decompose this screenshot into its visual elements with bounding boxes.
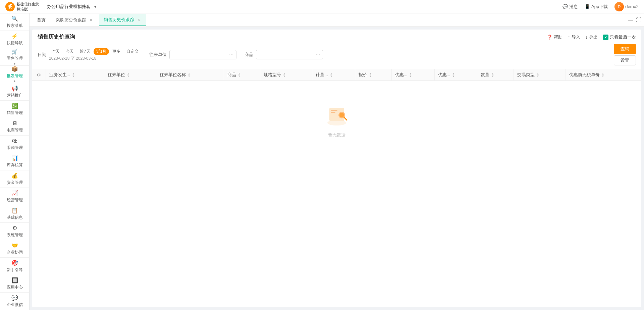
sidebar-item-basic[interactable]: 📋 基础信息 bbox=[0, 205, 29, 223]
date-filter-group: 日期 昨天 今天 近7天 近1月 更多 自定义 2023-02-18 至 202… bbox=[38, 48, 141, 61]
sidebar-item-search-menu[interactable]: 🔍 搜索菜单 bbox=[0, 13, 29, 31]
date-btn-custom[interactable]: 自定义 bbox=[124, 48, 141, 55]
col-quantity[interactable]: 数量 ▲▼ bbox=[477, 69, 514, 81]
sort-icon-product: ▲▼ bbox=[238, 72, 240, 78]
export-icon: ↓ bbox=[586, 35, 588, 40]
logo-text: 畅捷信好生意 标准版 bbox=[17, 2, 39, 11]
product-filter-group: 商品 ··· bbox=[245, 50, 323, 59]
app-download-button[interactable]: 📱 App下载 bbox=[585, 4, 608, 10]
sort-icon-partner-name: ▲▼ bbox=[188, 72, 191, 78]
col-partner-code[interactable]: 往来单位 ▲▼ bbox=[104, 69, 156, 81]
date-btn-today[interactable]: 今天 bbox=[63, 48, 76, 55]
export-button[interactable]: ↓ 导出 bbox=[586, 34, 598, 40]
date-btn-more[interactable]: 更多 bbox=[110, 48, 123, 55]
sidebar-item-guide[interactable]: 🎯 新手引导 bbox=[0, 258, 29, 275]
filter-date-group: 昨天 今天 近7天 近1月 更多 自定义 2023-02-18 至 2023-0… bbox=[49, 48, 141, 61]
sidebar-item-inventory[interactable]: 📊 库存核算 bbox=[0, 153, 29, 170]
settings-col-icon: ⚙ bbox=[37, 72, 41, 78]
tab-sales-history[interactable]: 销售历史价跟踪 × bbox=[99, 14, 146, 26]
sidebar-item-enterprise[interactable]: 🤝 企业协同 bbox=[0, 240, 29, 258]
product-search-icon[interactable]: ··· bbox=[316, 52, 320, 58]
partner-label: 往来单位 bbox=[149, 52, 167, 58]
table-settings-col[interactable]: ⚙ bbox=[32, 69, 46, 81]
tab-minimize-icon[interactable]: — bbox=[628, 17, 633, 23]
tab-close-purchase-history[interactable]: × bbox=[88, 17, 94, 23]
col-unit[interactable]: 计量... ▲▼ bbox=[312, 69, 355, 81]
tab-purchase-history[interactable]: 采购历史价跟踪 × bbox=[51, 14, 98, 26]
retail-icon: 🛒 bbox=[11, 48, 18, 55]
date-range-buttons: 昨天 今天 近7天 近1月 更多 自定义 bbox=[49, 48, 141, 55]
product-input-wrapper: ··· bbox=[256, 50, 323, 59]
sidebar-item-purchase[interactable]: 🛍 采购管理 bbox=[0, 136, 29, 153]
tab-home[interactable]: 首页 bbox=[32, 14, 50, 26]
chevron-up-icon: ▲ bbox=[13, 79, 16, 83]
svg-rect-2 bbox=[331, 110, 337, 111]
sidebar-item-app-center[interactable]: 🔲 应用中心 bbox=[0, 275, 29, 293]
sort-icon-discount2: ▲▼ bbox=[452, 72, 455, 78]
col-price[interactable]: 报价 ▲▼ bbox=[355, 69, 391, 81]
content-area: 首页 采购历史价跟踪 × 销售历史价跟踪 × — ⛶ 销售历史价查询 bbox=[30, 13, 644, 310]
message-button[interactable]: 💬 消息 bbox=[562, 4, 578, 10]
sidebar-item-finance[interactable]: 💰 资金管理 bbox=[0, 170, 29, 188]
col-product[interactable]: 商品 ▲▼ bbox=[224, 69, 260, 81]
sidebar-item-marketing[interactable]: 📢 营销推广 bbox=[0, 83, 29, 101]
page-header: 销售历史价查询 ❓ 帮助 ↑ 导入 ↓ 导出 ✓ bbox=[32, 30, 641, 41]
tab-maximize-icon[interactable]: ⛶ bbox=[636, 17, 641, 23]
top-bar-left: 畅 畅捷信好生意 标准版 办公用品行业模拟账套 ▼ bbox=[5, 2, 97, 11]
sidebar-item-ecommerce[interactable]: 🖥 电商管理 bbox=[0, 118, 29, 136]
col-discount2[interactable]: 优惠... ▲▼ bbox=[434, 69, 477, 81]
sidebar-item-wholesale[interactable]: 📦 批发管理 ▲ bbox=[0, 66, 29, 83]
settings-button[interactable]: 设置 bbox=[614, 55, 636, 65]
svg-rect-3 bbox=[331, 112, 335, 113]
col-spec[interactable]: 规格型号 ▲▼ bbox=[260, 69, 312, 81]
only-last-checkbox[interactable]: ✓ 只看最后一次 bbox=[603, 34, 636, 40]
user-area[interactable]: D demo2 bbox=[614, 2, 639, 11]
partner-search-icon[interactable]: ··· bbox=[229, 52, 233, 58]
search-icon: 🔍 bbox=[11, 15, 18, 22]
tab-bar: 首页 采购历史价跟踪 × 销售历史价跟踪 × — ⛶ bbox=[30, 13, 644, 27]
col-pretax-price[interactable]: 优惠前无税单价 ▲▼ bbox=[566, 69, 641, 81]
col-biz-date[interactable]: 业务发生... ▲▼ bbox=[46, 69, 104, 81]
col-trade-type[interactable]: 交易类型 ▲▼ bbox=[514, 69, 566, 81]
date-label: 日期 bbox=[38, 52, 46, 58]
col-discount1[interactable]: 优惠... ▲▼ bbox=[391, 69, 434, 81]
help-icon: ❓ bbox=[547, 35, 552, 40]
date-btn-1month[interactable]: 近1月 bbox=[94, 48, 109, 55]
date-range-display: 2023-02-18 至 2023-03-18 bbox=[49, 56, 141, 61]
query-button[interactable]: 查询 bbox=[614, 44, 636, 54]
tab-bar-actions: — ⛶ bbox=[628, 17, 641, 23]
page-title-topbar: 办公用品行业模拟账套 bbox=[47, 4, 91, 10]
top-bar-right: 💬 消息 📱 App下载 D demo2 bbox=[562, 2, 639, 11]
sort-icon-quantity: ▲▼ bbox=[491, 72, 494, 78]
enterprise-icon: 🤝 bbox=[11, 242, 18, 249]
sidebar-item-system[interactable]: ⚙ 系统管理 bbox=[0, 223, 29, 240]
date-btn-7days[interactable]: 近7天 bbox=[77, 48, 93, 55]
page-title: 销售历史价查询 bbox=[38, 34, 75, 41]
sidebar-item-sales[interactable]: 💹 销售管理 bbox=[0, 101, 29, 118]
dropdown-arrow-icon[interactable]: ▼ bbox=[93, 4, 97, 9]
help-button[interactable]: ❓ 帮助 bbox=[547, 34, 562, 40]
partner-filter-group: 往来单位 ··· bbox=[149, 50, 236, 59]
main-layout: 🔍 搜索菜单 ⚡ 快捷导航 🛒 零售管理 ▼ 📦 批发管理 ▲ 📢 营销推广 💹… bbox=[0, 13, 644, 310]
product-input[interactable] bbox=[259, 52, 316, 57]
import-button[interactable]: ↑ 导入 bbox=[568, 34, 580, 40]
sidebar-item-quick-nav[interactable]: ⚡ 快捷导航 bbox=[0, 31, 29, 48]
date-btn-yesterday[interactable]: 昨天 bbox=[49, 48, 62, 55]
svg-point-5 bbox=[339, 113, 344, 117]
sidebar-item-wechat[interactable]: 💬 企业微信 bbox=[0, 293, 29, 310]
sidebar-item-operation[interactable]: 📈 经营管理 bbox=[0, 188, 29, 205]
page-content: 销售历史价查询 ❓ 帮助 ↑ 导入 ↓ 导出 ✓ bbox=[32, 30, 641, 307]
wechat-icon: 💬 bbox=[11, 295, 18, 301]
data-table: ⚙ 业务发生... ▲▼ 往来单位 ▲▼ 往来单位名称 bbox=[32, 69, 641, 81]
partner-input[interactable] bbox=[172, 52, 229, 57]
phone-icon: 📱 bbox=[585, 4, 590, 9]
basic-icon: 📋 bbox=[11, 207, 18, 214]
top-bar: 畅 畅捷信好生意 标准版 办公用品行业模拟账套 ▼ 💬 消息 📱 App下载 D… bbox=[0, 0, 644, 13]
tab-close-sales-history[interactable]: × bbox=[136, 17, 142, 22]
col-partner-name[interactable]: 往来单位名称 ▲▼ bbox=[156, 69, 224, 81]
sidebar-item-retail[interactable]: 🛒 零售管理 ▼ bbox=[0, 48, 29, 66]
wholesale-icon: 📦 bbox=[11, 66, 18, 72]
app-center-icon: 🔲 bbox=[11, 277, 18, 283]
svg-line-6 bbox=[344, 117, 347, 120]
empty-state: 暂无数据 bbox=[32, 81, 641, 158]
